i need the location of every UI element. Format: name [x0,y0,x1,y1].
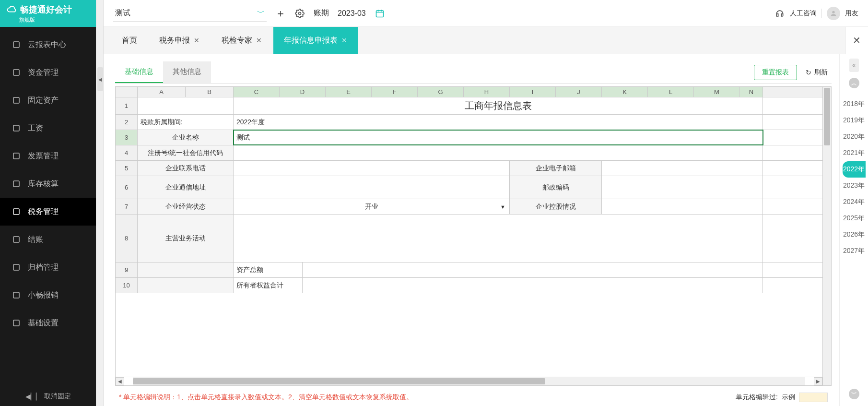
row-header-4[interactable]: 4 [116,145,138,160]
org-selector[interactable]: 测试 ﹀ [113,5,267,22]
tab-年报信息申报表[interactable]: 年报信息申报表✕ [273,27,358,54]
input-address[interactable] [234,176,510,199]
sidebar-item-label: 小畅报销 [28,290,59,300]
sidebar-item-home[interactable]: 基础设置 [0,309,96,337]
select-business-status[interactable]: 开业▼ [234,199,510,214]
col-header-E[interactable]: E [326,87,372,97]
year-2027年[interactable]: 2027年 [843,243,866,259]
year-2018年[interactable]: 2018年 [843,96,866,112]
vscroll-thumb[interactable] [824,88,830,145]
input-holding[interactable] [602,199,763,214]
year-2023年[interactable]: 2023年 [843,178,866,194]
cell-blank[interactable] [138,97,234,114]
horizontal-scrollbar[interactable]: ◀ ▶ [116,377,822,385]
col-header-J[interactable]: J [556,87,602,97]
svg-rect-4 [13,153,19,159]
col-header-H[interactable]: H [464,87,510,97]
col-header-B[interactable]: B [186,87,234,97]
row-header-3[interactable]: 3 [116,130,138,145]
tab-首页[interactable]: 首页 [111,27,148,54]
sidebar-item-receipt[interactable]: 发票管理 [0,142,96,170]
col-header-A[interactable]: A [138,87,186,97]
sidebar-item-lock[interactable]: 结账 [0,226,96,253]
period-value[interactable]: 2022年度 [234,115,763,130]
scroll-years-up[interactable]: ︽ [849,78,859,88]
row-2: 2税款所属期间:2022年度 [116,115,822,130]
row-header-6[interactable]: 6 [116,176,138,199]
sidebar-item-chart-line[interactable]: 云报表中心 [0,31,96,59]
select-all-corner[interactable] [116,87,138,97]
col-header-D[interactable]: D [280,87,326,97]
scroll-left-button[interactable]: ◀ [116,377,124,385]
tab-close-icon[interactable]: ✕ [194,36,199,44]
col-header-K[interactable]: K [602,87,648,97]
scroll-years-down[interactable]: ︾ [849,389,859,399]
row-header-5[interactable]: 5 [116,161,138,176]
col-header-L[interactable]: L [648,87,694,97]
settings-icon[interactable] [294,8,305,19]
sidebar-item-archive[interactable]: 归档管理 [0,253,96,281]
row-header-10[interactable]: 10 [116,278,138,293]
scroll-right-button[interactable]: ▶ [814,377,822,385]
row-4: 4注册号/统一社会信用代码 [116,145,822,161]
col-header-I[interactable]: I [510,87,556,97]
hscroll-thumb[interactable] [133,378,545,384]
col-header-N[interactable]: N [740,87,763,97]
headset-icon[interactable] [774,8,785,19]
rail-collapse-button[interactable]: « [849,59,859,72]
input-postcode[interactable] [602,176,763,199]
vertical-scrollbar[interactable] [822,87,831,385]
col-header-F[interactable]: F [372,87,418,97]
input-total-assets[interactable] [303,263,763,277]
close-all-tabs[interactable]: ✕ [845,27,868,54]
subtab-基础信息[interactable]: 基础信息 [115,61,163,83]
sidebar-item-reimburse[interactable]: 小畅报销 [0,281,96,309]
tab-税务申报[interactable]: 税务申报✕ [149,27,210,54]
year-2024年[interactable]: 2024年 [843,194,866,210]
col-header-G[interactable]: G [418,87,464,97]
year-2025年[interactable]: 2025年 [843,210,866,227]
svg-rect-6 [13,209,19,215]
user-name[interactable]: 用友 [845,9,858,18]
tab-税检专家[interactable]: 税检专家✕ [211,27,272,54]
row-header-7[interactable]: 7 [116,199,138,214]
row-header-9[interactable]: 9 [116,263,138,277]
add-button[interactable]: ＋ [275,8,286,19]
sidebar-item-building[interactable]: 固定资产 [0,86,96,114]
tab-close-icon[interactable]: ✕ [256,36,262,44]
sidebar-item-wallet[interactable]: 工资 [0,114,96,142]
svg-rect-2 [13,97,19,103]
col-header-M[interactable]: M [694,87,740,97]
sidebar-collapse-button[interactable]: ◀ [97,67,103,91]
year-2026年[interactable]: 2026年 [843,227,866,243]
column-headers: ABCDEFGHIJKLMN [116,87,822,97]
tab-label: 税务申报 [159,36,190,46]
avatar[interactable] [827,7,840,20]
row-header-1[interactable]: 1 [116,97,138,114]
input-owner-equity[interactable] [303,278,763,293]
year-2021年[interactable]: 2021年 [843,145,866,161]
sidebar-item-coin[interactable]: 资金管理 [0,59,96,86]
row-9: 9资产总额 [116,263,822,278]
subtab-其他信息[interactable]: 其他信息 [163,61,211,83]
sidebar-item-tax[interactable]: 税务管理 [0,198,96,226]
input-main-biz[interactable] [234,215,763,262]
input-reg-no[interactable] [234,145,763,160]
sidebar-item-warehouse[interactable]: 库存核算 [0,170,96,198]
input-phone[interactable] [234,161,510,176]
col-header-C[interactable]: C [234,87,280,97]
tab-close-icon[interactable]: ✕ [341,36,347,44]
refresh-button[interactable]: ↻ 刷新 [806,68,828,77]
tax-icon [12,207,21,216]
year-2022年[interactable]: 2022年 [843,161,866,178]
year-2019年[interactable]: 2019年 [843,112,866,129]
support-label[interactable]: 人工咨询 [790,9,817,18]
reset-report-button[interactable]: 重置报表 [754,65,797,80]
input-email[interactable] [602,161,763,176]
unpin-button[interactable]: ◀▏▏ 取消固定 [0,387,96,406]
row-header-2[interactable]: 2 [116,115,138,130]
calendar-icon[interactable] [375,8,385,19]
input-company-name[interactable]: 测试 [234,130,763,145]
year-2020年[interactable]: 2020年 [843,129,866,145]
row-header-8[interactable]: 8 [116,215,138,262]
